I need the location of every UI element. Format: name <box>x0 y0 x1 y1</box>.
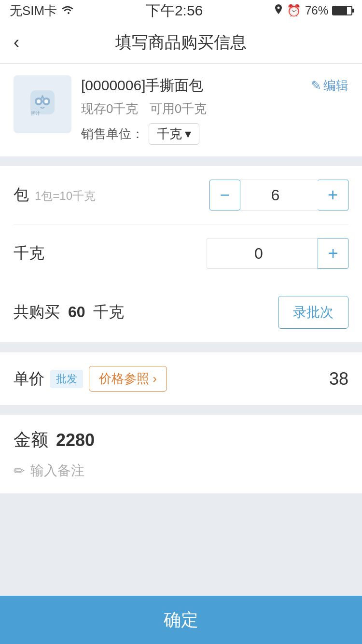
svg-point-3 <box>37 99 41 103</box>
dropdown-arrow-icon: ▾ <box>185 126 191 141</box>
bag-input-row: 包 1包=10千克 − + <box>14 166 348 224</box>
price-value: 38 <box>329 369 348 389</box>
bag-hint: 1包=10千克 <box>35 188 96 204</box>
amount-label: 金额 <box>14 428 48 452</box>
note-row[interactable]: ✏ 输入备注 <box>14 462 348 480</box>
alarm-icon: ⏰ <box>287 4 301 17</box>
bag-quantity-control: − + <box>209 180 348 210</box>
status-right: ⏰ 76% <box>274 4 352 17</box>
available-label: 可用0千克 <box>150 101 207 116</box>
kg-label: 千克 <box>14 243 44 264</box>
quantity-input-section: 包 1包=10千克 − + 千克 + <box>0 166 362 282</box>
amount-row: 金额 2280 <box>14 428 348 452</box>
location-icon <box>274 4 283 17</box>
wifi-icon <box>61 3 74 18</box>
batch-button[interactable]: 录批次 <box>278 296 348 329</box>
amount-section: 金额 2280 ✏ 输入备注 <box>0 405 362 493</box>
back-button[interactable]: ‹ <box>14 32 19 53</box>
kg-input-row: 千克 + <box>14 224 348 282</box>
edit-icon: ✎ <box>311 78 321 93</box>
product-info: [0000006]手撕面包 现存0千克 可用0千克 销售单位： 千克 ▾ <box>81 75 348 145</box>
unit-label: 销售单位： <box>81 126 144 142</box>
carrier-label: 无SIM卡 <box>10 2 57 19</box>
bag-label: 包 <box>14 184 29 206</box>
product-stock: 现存0千克 可用0千克 <box>81 100 348 117</box>
product-image-placeholder: 智计 <box>28 88 57 121</box>
price-tag: 批发 <box>50 370 83 388</box>
product-image: 智计 <box>14 75 71 133</box>
bag-quantity-input[interactable] <box>240 180 318 210</box>
bag-label-group: 包 1包=10千克 <box>14 184 96 206</box>
battery-percent: 76% <box>305 4 328 17</box>
price-ref-button[interactable]: 价格参照 › <box>89 366 167 392</box>
product-card: 智计 [0000006]手撕面包 现存0千克 可用0千克 销售单位： 千克 ▾ … <box>0 64 362 156</box>
note-icon: ✏ <box>14 463 25 479</box>
status-left: 无SIM卡 <box>10 2 74 19</box>
total-quantity: 60 <box>68 303 85 321</box>
total-unit: 千克 <box>93 303 124 321</box>
confirm-button[interactable]: 确定 <box>0 596 362 644</box>
kg-label-group: 千克 <box>14 243 44 264</box>
unit-dropdown[interactable]: 千克 ▾ <box>149 123 199 145</box>
bag-increment-button[interactable]: + <box>318 180 348 210</box>
price-label-group: 单价 批发 价格参照 › <box>14 366 167 392</box>
kg-quantity-input[interactable] <box>207 238 318 269</box>
bag-decrement-button[interactable]: − <box>209 180 240 210</box>
kg-quantity-control: + <box>207 238 348 269</box>
section-divider-1 <box>0 156 362 166</box>
edit-label: 编辑 <box>323 77 348 94</box>
total-text: 共购买 60 千克 <box>14 302 124 323</box>
svg-point-4 <box>44 99 48 103</box>
price-section: 单价 批发 价格参照 › 38 <box>0 352 362 405</box>
total-prefix: 共购买 <box>14 303 60 321</box>
product-unit-row: 销售单位： 千克 ▾ <box>81 123 348 145</box>
amount-value: 2280 <box>56 430 95 450</box>
page-title: 填写商品购买信息 <box>115 31 247 54</box>
status-time: 下午2:56 <box>146 1 203 21</box>
section-divider-2 <box>0 342 362 352</box>
edit-button[interactable]: ✎ 编辑 <box>311 77 348 94</box>
price-label: 单价 <box>14 368 44 390</box>
product-name: [0000006]手撕面包 <box>81 75 348 96</box>
svg-text:智计: 智计 <box>30 111 40 116</box>
status-bar: 无SIM卡 下午2:56 ⏰ 76% <box>0 0 362 21</box>
note-placeholder: 输入备注 <box>30 462 84 480</box>
total-section: 共购买 60 千克 录批次 <box>0 282 362 342</box>
kg-increment-button[interactable]: + <box>318 238 348 269</box>
stock-label: 现存0千克 <box>81 101 138 116</box>
unit-value: 千克 <box>157 126 182 142</box>
nav-bar: ‹ 填写商品购买信息 <box>0 21 362 64</box>
battery-icon <box>332 6 352 15</box>
